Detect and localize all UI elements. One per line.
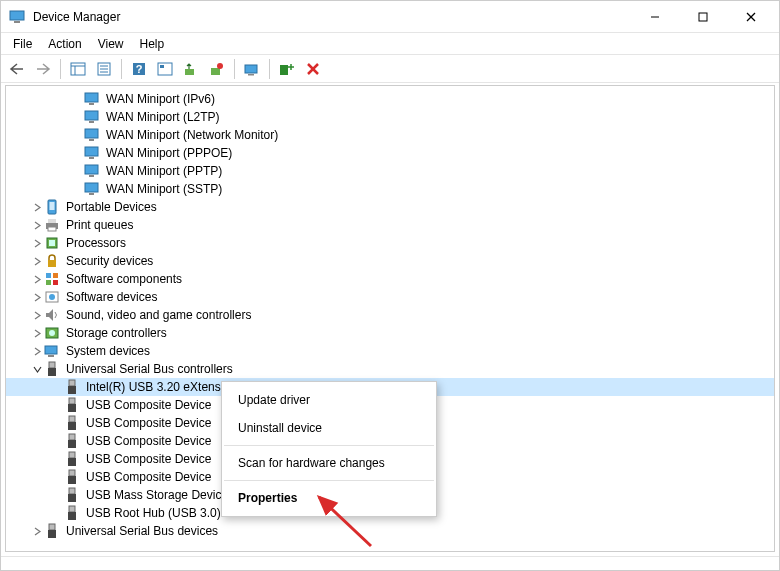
svg-rect-45 [46, 273, 51, 278]
network-adapter-item[interactable]: WAN Miniport (Network Monitor) [6, 126, 774, 144]
update-driver-button[interactable] [179, 57, 203, 81]
ctx-scan-hardware[interactable]: Scan for hardware changes [222, 449, 436, 477]
ctx-update-driver[interactable]: Update driver [222, 386, 436, 414]
svg-rect-48 [53, 280, 58, 285]
tree-item-label: Processors [64, 235, 128, 251]
usb-icon [64, 379, 80, 395]
tree-item-label: WAN Miniport (IPv6) [104, 91, 217, 107]
monitor-icon [84, 91, 100, 107]
expander-icon[interactable] [30, 275, 44, 284]
network-adapter-item[interactable]: WAN Miniport (IPv6) [6, 90, 774, 108]
maximize-button[interactable] [683, 3, 723, 31]
expander-icon[interactable] [30, 365, 44, 374]
svg-rect-74 [48, 530, 56, 538]
menu-file[interactable]: File [5, 35, 40, 53]
svg-rect-31 [85, 147, 98, 156]
tree-item-label: USB Composite Device [84, 469, 213, 485]
device-category[interactable]: System devices [6, 342, 774, 360]
monitor-icon [84, 181, 100, 197]
ctx-properties[interactable]: Properties [222, 484, 436, 512]
tree-item-label: WAN Miniport (L2TP) [104, 109, 222, 125]
expander-icon[interactable] [30, 239, 44, 248]
device-category[interactable]: Portable Devices [6, 198, 774, 216]
action-button[interactable] [153, 57, 177, 81]
minimize-button[interactable] [635, 3, 675, 31]
svg-rect-68 [68, 476, 76, 484]
back-button[interactable] [5, 57, 29, 81]
storage-icon [44, 325, 60, 341]
tree-item-label: Universal Serial Bus devices [64, 523, 220, 539]
device-category[interactable]: Software devices [6, 288, 774, 306]
svg-point-52 [49, 330, 55, 336]
svg-rect-47 [46, 280, 51, 285]
uninstall-button[interactable] [205, 57, 229, 81]
expander-icon[interactable] [30, 311, 44, 320]
svg-rect-43 [49, 240, 55, 246]
network-adapter-item[interactable]: WAN Miniport (SSTP) [6, 180, 774, 198]
ctx-uninstall-device[interactable]: Uninstall device [222, 414, 436, 442]
device-category[interactable]: Sound, video and game controllers [6, 306, 774, 324]
usb-icon [44, 523, 60, 539]
device-category-usb[interactable]: Universal Serial Bus controllers [6, 360, 774, 378]
tree-item-label: Storage controllers [64, 325, 169, 341]
tree-item-label: USB Composite Device [84, 433, 213, 449]
expander-icon[interactable] [30, 221, 44, 230]
svg-rect-17 [185, 69, 194, 75]
properties-button[interactable] [92, 57, 116, 81]
device-category[interactable]: Print queues [6, 216, 774, 234]
tree-item-label: Portable Devices [64, 199, 159, 215]
system-icon [44, 343, 60, 359]
help-button[interactable]: ? [127, 57, 151, 81]
tree-item-label: Software devices [64, 289, 159, 305]
ctx-separator [224, 480, 434, 481]
app-icon [9, 9, 25, 25]
toolbar-separator [234, 59, 235, 79]
svg-rect-18 [211, 68, 220, 75]
expander-icon[interactable] [30, 329, 44, 338]
monitor-icon [84, 145, 100, 161]
svg-rect-62 [68, 422, 76, 430]
scan-button[interactable] [240, 57, 264, 81]
svg-rect-73 [49, 524, 55, 530]
svg-rect-22 [280, 65, 288, 75]
device-category[interactable]: Processors [6, 234, 774, 252]
device-category-usb-devices[interactable]: Universal Serial Bus devices [6, 522, 774, 540]
titlebar: Device Manager [1, 1, 779, 33]
menu-view[interactable]: View [90, 35, 132, 53]
tree-item-label: System devices [64, 343, 152, 359]
device-category[interactable]: Software components [6, 270, 774, 288]
tree-item-label: USB Composite Device [84, 415, 213, 431]
svg-rect-26 [89, 103, 94, 105]
toolbar-separator [60, 59, 61, 79]
security-icon [44, 253, 60, 269]
network-adapter-item[interactable]: WAN Miniport (L2TP) [6, 108, 774, 126]
svg-rect-27 [85, 111, 98, 120]
usb-icon [64, 397, 80, 413]
context-menu: Update driver Uninstall device Scan for … [221, 381, 437, 517]
svg-rect-38 [50, 202, 55, 210]
svg-rect-57 [69, 380, 75, 386]
monitor-icon [84, 127, 100, 143]
expander-icon[interactable] [30, 203, 44, 212]
tree-item-label: USB Composite Device [84, 397, 213, 413]
expander-icon[interactable] [30, 293, 44, 302]
menu-action[interactable]: Action [40, 35, 89, 53]
forward-button[interactable] [31, 57, 55, 81]
device-category[interactable]: Storage controllers [6, 324, 774, 342]
expander-icon[interactable] [30, 257, 44, 266]
window-controls [635, 3, 771, 31]
network-adapter-item[interactable]: WAN Miniport (PPTP) [6, 162, 774, 180]
printer-icon [44, 217, 60, 233]
svg-rect-66 [68, 458, 76, 466]
add-legacy-button[interactable] [275, 57, 299, 81]
network-adapter-item[interactable]: WAN Miniport (PPPOE) [6, 144, 774, 162]
device-category[interactable]: Security devices [6, 252, 774, 270]
toolbar-separator [121, 59, 122, 79]
tree-item-label: Security devices [64, 253, 155, 269]
expander-icon[interactable] [30, 347, 44, 356]
delete-button[interactable] [301, 57, 325, 81]
expander-icon[interactable] [30, 527, 44, 536]
menu-help[interactable]: Help [132, 35, 173, 53]
show-hide-tree-button[interactable] [66, 57, 90, 81]
close-button[interactable] [731, 3, 771, 31]
